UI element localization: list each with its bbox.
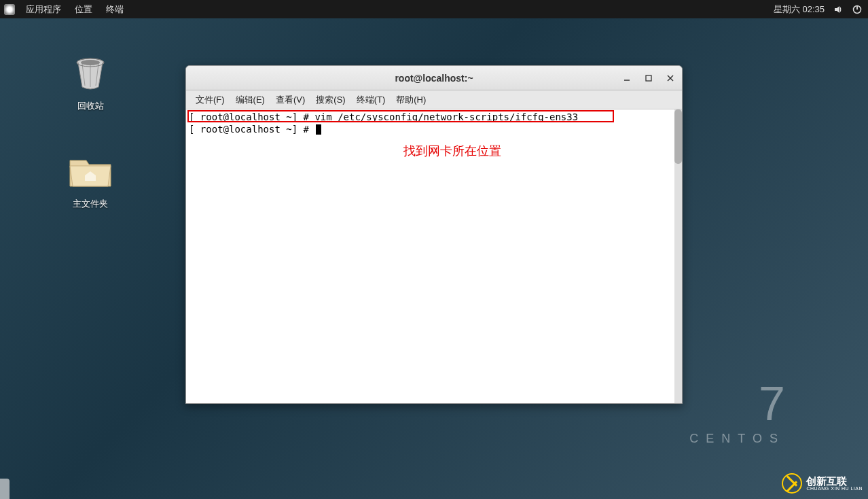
trash-label: 回收站: [60, 100, 121, 112]
minimize-button[interactable]: [621, 72, 633, 84]
annotation-text: 找到网卡所在位置: [403, 145, 501, 157]
close-button[interactable]: [664, 72, 676, 84]
panel-right: 星期六 02:35: [774, 3, 863, 16]
clock[interactable]: 星期六 02:35: [774, 3, 825, 16]
terminal-body[interactable]: [ root@localhost ~] # vim /etc/sysconfig…: [186, 109, 682, 403]
watermark-sub: CHUANG XIN HU LIAN: [806, 486, 863, 491]
volume-icon[interactable]: [833, 4, 844, 15]
maximize-button[interactable]: [643, 72, 655, 84]
terminal-menu[interactable]: 终端: [99, 1, 130, 18]
os-version: 7: [689, 380, 785, 428]
svg-rect-9: [646, 75, 651, 81]
trash-icon: [70, 53, 111, 94]
scrollbar-thumb[interactable]: [674, 109, 682, 164]
help-menu[interactable]: 帮助(H): [391, 92, 431, 108]
window-title: root@localhost:~: [395, 73, 473, 84]
menu-bar: 文件(F) 编辑(E) 查看(V) 搜索(S) 终端(T) 帮助(H): [186, 90, 682, 109]
file-menu[interactable]: 文件(F): [190, 92, 230, 108]
places-menu[interactable]: 位置: [68, 1, 99, 18]
search-menu[interactable]: 搜索(S): [310, 92, 350, 108]
cursor-icon: [316, 124, 321, 135]
watermark-main: 创新互联: [806, 476, 863, 486]
folder-home-icon: [66, 151, 115, 192]
panel-left: 应用程序 位置 终端: [0, 1, 130, 18]
scrollbar-track[interactable]: [674, 109, 682, 403]
home-label: 主文件夹: [60, 198, 121, 210]
title-bar[interactable]: root@localhost:~: [186, 66, 682, 90]
watermark: 创新互联 CHUANG XIN HU LIAN: [782, 473, 863, 494]
trash-desktop-icon[interactable]: 回收站: [60, 53, 121, 112]
gnome-foot-icon: [4, 4, 15, 15]
os-logo: 7 CENTOS: [689, 380, 785, 446]
watermark-logo-icon: [782, 473, 802, 494]
terminal-menu-item[interactable]: 终端(T): [351, 92, 391, 108]
applications-menu[interactable]: 应用程序: [19, 1, 68, 18]
svg-point-7: [81, 60, 100, 65]
terminal-line-2: [ root@localhost ~] #: [189, 123, 679, 135]
top-panel: 应用程序 位置 终端 星期六 02:35: [0, 0, 868, 18]
view-menu[interactable]: 查看(V): [270, 92, 310, 108]
home-desktop-icon[interactable]: 主文件夹: [60, 151, 121, 210]
terminal-line-1: [ root@localhost ~] # vim /etc/sysconfig…: [189, 111, 679, 123]
os-name: CENTOS: [689, 432, 785, 446]
power-icon[interactable]: [852, 4, 863, 15]
terminal-window: root@localhost:~ 文件(F) 编辑(E) 查看(V) 搜索(S)…: [185, 65, 683, 404]
edit-menu[interactable]: 编辑(E): [230, 92, 270, 108]
window-controls: [621, 72, 676, 84]
taskbar-hint[interactable]: [0, 479, 10, 499]
